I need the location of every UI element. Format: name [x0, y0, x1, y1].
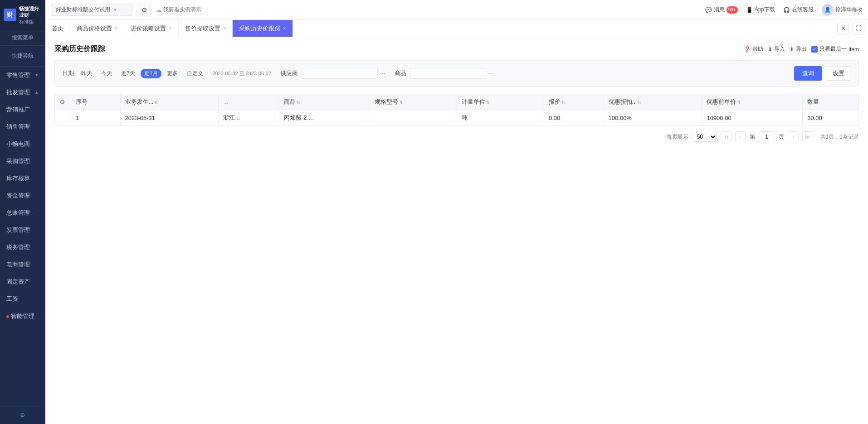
filter-settings-button[interactable]: 设置 [826, 66, 851, 81]
tab-purchase-history[interactable]: 采购历史价跟踪× [233, 20, 293, 37]
page-input[interactable] [759, 131, 775, 142]
only-last-checkbox[interactable]: ✓ 只看最后一 item [811, 45, 859, 53]
sidebar-item-tax[interactable]: 税务管理 [0, 239, 45, 256]
goods-input[interactable] [410, 68, 486, 79]
supplier-filter-label: 供应商 [280, 69, 298, 77]
export-button[interactable]: ⬆ 导出 [790, 45, 807, 53]
demo-button[interactable]: ☁ 我要看实例演示 [156, 6, 201, 14]
table-col-goods[interactable]: 商品⇅ [279, 94, 370, 110]
tab-close-icon[interactable]: × [223, 26, 226, 31]
version-label: 好业财标准版交付试用 [56, 6, 110, 14]
goods-dots[interactable]: ··· [488, 69, 494, 77]
tab-expand-btn[interactable]: ⛶ [853, 23, 864, 34]
supplier-filter: 供应商 ··· [280, 68, 385, 79]
table-row: 12023-05-31浙江...丙烯酸-2-...吨0.00100.00%109… [55, 110, 859, 126]
sidebar-item-invoice[interactable]: 发票管理 [0, 222, 45, 239]
user-profile-button[interactable]: 👤 徐泽华修改 [822, 4, 863, 16]
table-col-no: 序号 [71, 94, 121, 110]
sidebar-item-sales[interactable]: 销售管理 [0, 118, 45, 135]
table-col-spec[interactable]: 规格型号⇅ [370, 94, 457, 110]
sort-icon: ⇅ [297, 100, 300, 105]
page-unit: 页 [779, 133, 784, 141]
tab-close-btn[interactable]: ✕ [837, 23, 849, 34]
tab-price-settings[interactable]: 商品价格设置× [70, 20, 124, 37]
logo-icon: 财 [4, 9, 16, 21]
tab-close-icon[interactable]: × [169, 26, 171, 31]
tab-close-icon[interactable]: × [283, 26, 286, 31]
app-download-button[interactable]: 📱 App下载 [746, 6, 775, 14]
page-prev-btn[interactable]: ‹ [735, 131, 746, 142]
tab-sale-price[interactable]: 售价提取设置× [179, 20, 233, 37]
sort-icon: ⇅ [638, 100, 641, 105]
sidebar-item-purchase[interactable]: 采购管理 [0, 153, 45, 170]
date-opt-more[interactable]: 更多 [163, 69, 181, 78]
sidebar-item-finance[interactable]: 资金管理 [0, 187, 45, 204]
sidebar-item-marketing[interactable]: 营销推广 [0, 101, 45, 118]
avatar: 👤 [822, 4, 834, 16]
col-label: 序号 [76, 98, 88, 105]
page-content: 采购历史价跟踪 ❓ 帮助 ⬇ 导入 ⬆ 导出 ✓ [45, 37, 868, 424]
sidebar-item-payroll[interactable]: 工资 [0, 290, 45, 308]
menu-item-label: 采购管理 [6, 157, 30, 165]
page-title: 采购历史价跟踪 [54, 44, 105, 54]
page-next-btn[interactable]: › [788, 131, 799, 142]
sidebar-item-ecom[interactable]: 电商管理 [0, 256, 45, 273]
table-col-gear[interactable]: ⚙ [55, 94, 71, 110]
supplier-input[interactable] [302, 68, 378, 79]
menu-item-label: 发票管理 [6, 226, 30, 234]
table-col-discount[interactable]: 优惠折扣...⇅ [604, 94, 702, 110]
col-label: 商品 [284, 98, 296, 105]
import-button[interactable]: ⬇ 导入 [768, 45, 785, 53]
table-col-date[interactable]: 业务发生...⇅ [120, 94, 219, 110]
menu-item-arrow: ▲ [34, 90, 39, 95]
tab-home[interactable]: 首页 [45, 20, 70, 37]
table-col-unit[interactable]: 计量单位⇅ [457, 94, 544, 110]
date-opt-last1m[interactable]: 近1月 [141, 69, 162, 78]
date-opt-custom[interactable]: 自定义 [183, 69, 207, 78]
sort-icon: ⇅ [154, 100, 158, 105]
sidebar-item-retail[interactable]: 零售管理▼ [0, 67, 45, 84]
sidebar-quick-nav[interactable]: 快捷导航 [0, 46, 45, 67]
col-label: ... [223, 99, 228, 106]
topbar-settings-icon[interactable]: ⚙ [138, 4, 151, 16]
col-label: 优惠前单价 [707, 98, 736, 105]
table-col-unit_price[interactable]: 优惠前单价⇅ [702, 94, 803, 110]
version-selector[interactable]: 好业财标准版交付试用 ▼ [51, 4, 132, 16]
row-supplier: 浙江... [219, 110, 279, 126]
col-label: 规格型号 [375, 98, 398, 105]
sidebar-item-inventory[interactable]: 库存核算 [0, 170, 45, 187]
help-button[interactable]: ❓ 帮助 [744, 45, 763, 53]
export-icon: ⬆ [790, 46, 794, 53]
per-page-select[interactable]: 102050100 [692, 132, 717, 142]
tab-close-icon[interactable]: × [115, 26, 117, 31]
main-area: 好业财标准版交付试用 ▼ ⚙ ☁ 我要看实例演示 💬 消息 99+ 📱 App下… [45, 0, 868, 424]
sidebar-menu: 零售管理▼批发管理▲营销推广销售管理小畅电商采购管理库存核算资金管理总账管理发票… [0, 67, 45, 325]
message-button[interactable]: 💬 消息 99+ [705, 6, 738, 14]
row-spec [370, 110, 457, 126]
page-first-btn[interactable]: ⏮ [721, 131, 731, 142]
table-col-quote[interactable]: 报价⇅ [544, 94, 604, 110]
sidebar-search[interactable]: 搜索菜单 [0, 30, 45, 46]
menu-item-label: 税务管理 [6, 243, 30, 251]
sidebar-item-ecom-small[interactable]: 小畅电商 [0, 135, 45, 153]
date-opt-today[interactable]: 今天 [98, 69, 116, 78]
sidebar-item-wholesale[interactable]: 批发管理▲ [0, 84, 45, 101]
table-gear-icon[interactable]: ⚙ [59, 98, 65, 106]
query-button[interactable]: 查询 [794, 66, 822, 81]
online-service-button[interactable]: 🎧 在线客服 [783, 6, 814, 14]
sidebar-item-ledger[interactable]: 总账管理 [0, 204, 45, 222]
page-inner: 采购历史价跟踪 ❓ 帮助 ⬇ 导入 ⬆ 导出 ✓ [45, 37, 868, 424]
date-opt-last7[interactable]: 近7天 [117, 69, 139, 78]
menu-item-label: 批发管理 [6, 88, 30, 96]
sidebar-item-smart[interactable]: 智能管理 [0, 308, 45, 325]
sidebar-gear-button[interactable]: ⚙ [0, 406, 45, 424]
sidebar-item-assets[interactable]: 固定资产 [0, 273, 45, 290]
sidebar-nav-quicknav[interactable]: 快捷导航 [0, 48, 45, 63]
page-last-btn[interactable]: ⏭ [802, 131, 813, 142]
date-opt-yesterday[interactable]: 昨天 [78, 69, 96, 78]
page-header-actions: ❓ 帮助 ⬇ 导入 ⬆ 导出 ✓ 只看最后一 item [744, 45, 859, 53]
supplier-dots[interactable]: ··· [380, 69, 385, 77]
tab-purchase-strategy[interactable]: 进价策略设置× [124, 20, 178, 37]
row-date: 2023-05-31 [120, 110, 219, 126]
menu-item-arrow: ▼ [34, 72, 39, 77]
